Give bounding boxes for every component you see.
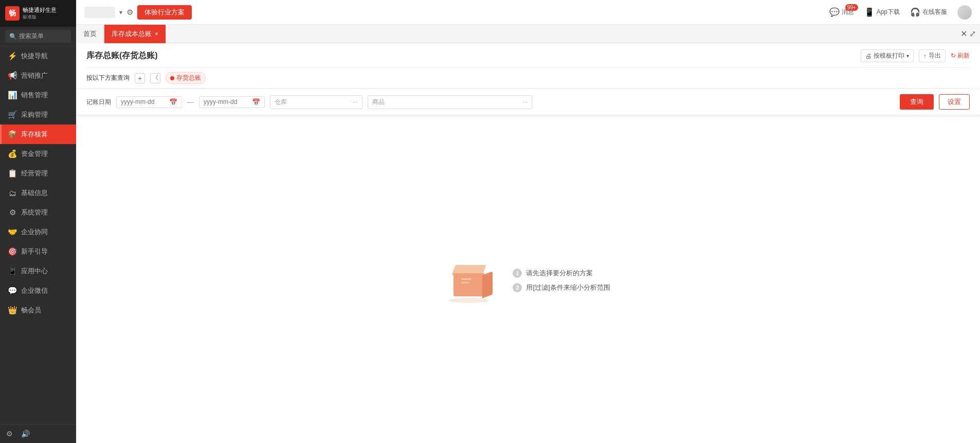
system-icon: ⚙ [8, 208, 17, 217]
sidebar-bottom: ⚙ 🔊 [0, 424, 76, 443]
sidebar-item-marketing[interactable]: 📢 营销推广 [0, 66, 76, 85]
gear-icon[interactable]: ⚙ [126, 8, 133, 17]
sidebar-nav: ⚡ 快捷导航 📢 营销推广 📊 销售管理 🛒 采购管理 📦 库存核算 💰 资金管… [0, 46, 76, 424]
date-label: 记账日期 [86, 98, 111, 107]
logo-icon: 畅 [5, 6, 20, 21]
refresh-label: 刷新 [957, 52, 970, 59]
user-avatar[interactable] [957, 5, 972, 20]
sidebar-item-label: 新手引导 [21, 247, 48, 256]
headset-icon: 🎧 [910, 7, 920, 17]
hint-item-1: 1 请先选择要分析的方案 [513, 269, 610, 278]
calendar-end-icon[interactable]: 📅 [252, 98, 260, 106]
topbar-actions: 💬 消息 99+ 📱 App下载 🎧 在线客服 [829, 5, 972, 20]
calendar-start-icon[interactable]: 📅 [169, 98, 177, 106]
logo-text: 畅捷通好生意 标准版 [23, 6, 57, 21]
product-select[interactable]: 商品 ··· [368, 95, 532, 109]
sidebar-item-operations[interactable]: 📋 经营管理 [0, 164, 76, 183]
industry-btn[interactable]: 体验行业方案 [137, 5, 192, 20]
filter-collapse-btn[interactable]: 《 [150, 73, 160, 83]
app-download-action[interactable]: 📱 App下载 [864, 7, 900, 17]
tab-close-btn[interactable]: × [155, 30, 158, 38]
dropdown-icon[interactable]: ▾ [119, 9, 122, 16]
sidebar-item-sales[interactable]: 📊 销售管理 [0, 85, 76, 105]
print-label: 按模板打印 [874, 51, 904, 60]
tab-active-label: 库存成本总账 [112, 29, 152, 39]
audio-icon[interactable]: 🔊 [21, 430, 30, 438]
print-btn[interactable]: 🖨 按模板打印 ▾ [861, 49, 914, 62]
date-separator: — [187, 98, 194, 106]
export-btn[interactable]: ↑ 导出 [919, 49, 946, 62]
search-label: 搜索菜单 [19, 32, 44, 41]
empty-state: 1 请先选择要分析的方案 2 用[过滤]条件来缩小分析范围 [76, 117, 980, 443]
sidebar-item-inventory[interactable]: 📦 库存核算 [0, 125, 76, 144]
messages-badge: 99+ [845, 4, 858, 11]
refresh-icon: ↻ [951, 52, 956, 59]
warehouse-label: 仓库 [275, 98, 287, 107]
filter-add-btn[interactable]: + [135, 73, 145, 83]
topbar: ▾ ⚙ 体验行业方案 💬 消息 99+ 📱 App下载 🎧 在线客服 [76, 0, 980, 25]
filter-scheme-label: 按以下方案查询 [86, 74, 130, 82]
page-title: 库存总账(存货总账) [86, 50, 158, 61]
sidebar-item-apps[interactable]: 📱 应用中心 [0, 261, 76, 281]
sidebar-search[interactable]: 🔍 搜索菜单 [0, 27, 76, 46]
sidebar-item-label: 系统管理 [21, 208, 48, 217]
guide-icon: 🎯 [8, 247, 17, 256]
product-more-icon: ··· [522, 98, 528, 105]
filter-bar: 按以下方案查询 + 《 存货总账 [86, 67, 970, 88]
date-start-wrap[interactable]: 📅 [116, 96, 182, 108]
date-start-input[interactable] [121, 98, 167, 105]
filter-scheme-tag[interactable]: 存货总账 [166, 72, 206, 84]
sidebar-logo: 畅 畅捷通好生意 标准版 [0, 0, 76, 27]
box-side [482, 271, 493, 298]
tab-inventory-ledger[interactable]: 库存成本总账 × [104, 25, 166, 43]
warehouse-select[interactable]: 仓库 ··· [270, 95, 362, 109]
main-area: ▾ ⚙ 体验行业方案 💬 消息 99+ 📱 App下载 🎧 在线客服 首页 [76, 0, 980, 443]
hint-num-1: 1 [513, 269, 522, 278]
sidebar-item-shortcut[interactable]: ⚡ 快捷导航 [0, 46, 76, 66]
product-label: 商品 [372, 98, 385, 107]
date-filter-row: 记账日期 📅 — 📅 仓库 ··· 商品 ··· 查询 设置 [76, 89, 980, 115]
empty-illustration [446, 260, 492, 301]
sidebar-item-basic[interactable]: 🗂 基础信息 [0, 183, 76, 203]
messages-action[interactable]: 💬 消息 99+ [829, 7, 854, 17]
sidebar-item-label: 企业微信 [21, 286, 48, 295]
box-shadow [448, 298, 489, 303]
hint-item-2: 2 用[过滤]条件来缩小分析范围 [513, 283, 610, 292]
warehouse-more-icon: ··· [353, 98, 358, 105]
sidebar-item-member[interactable]: 👑 畅会员 [0, 300, 76, 320]
sidebar-item-purchase[interactable]: 🛒 采购管理 [0, 105, 76, 125]
sidebar-item-guide[interactable]: 🎯 新手引导 [0, 242, 76, 261]
sidebar-item-label: 企业协同 [21, 227, 48, 237]
sidebar: 畅 畅捷通好生意 标准版 🔍 搜索菜单 ⚡ 快捷导航 📢 营销推广 📊 销售管理… [0, 0, 76, 443]
tab-home[interactable]: 首页 [76, 25, 104, 43]
empty-inner: 1 请先选择要分析的方案 2 用[过滤]条件来缩小分析范围 [446, 260, 610, 301]
page-actions: 🖨 按模板打印 ▾ ↑ 导出 ↻ 刷新 [861, 49, 970, 62]
operations-icon: 📋 [8, 169, 17, 178]
content-area: 库存总账(存货总账) 🖨 按模板打印 ▾ ↑ 导出 ↻ 刷新 [76, 43, 980, 443]
settings-icon[interactable]: ⚙ [6, 430, 13, 438]
sidebar-item-label: 基础信息 [21, 188, 48, 198]
member-icon: 👑 [8, 306, 17, 315]
tab-close-all-icon[interactable]: ✕ [960, 29, 967, 39]
empty-hints: 1 请先选择要分析的方案 2 用[过滤]条件来缩小分析范围 [513, 269, 610, 292]
date-end-wrap[interactable]: 📅 [199, 96, 265, 108]
settings-btn[interactable]: 设置 [939, 94, 970, 110]
sidebar-item-enterprise[interactable]: 🤝 企业协同 [0, 222, 76, 242]
sales-icon: 📊 [8, 91, 17, 100]
search-icon: 🔍 [9, 33, 17, 40]
date-end-input[interactable] [204, 98, 250, 105]
apps-icon: 📱 [8, 267, 17, 276]
sidebar-item-label: 畅会员 [21, 306, 41, 315]
phone-icon: 📱 [864, 7, 875, 17]
export-label: 导出 [929, 51, 941, 60]
sidebar-item-label: 库存核算 [21, 130, 48, 139]
sidebar-item-finance[interactable]: 💰 资金管理 [0, 144, 76, 164]
enterprise-icon: 🤝 [8, 227, 17, 237]
online-service-action[interactable]: 🎧 在线客服 [910, 7, 947, 17]
sidebar-item-weixin[interactable]: 💬 企业微信 [0, 281, 76, 300]
refresh-btn[interactable]: ↻ 刷新 [951, 51, 970, 60]
weixin-icon: 💬 [8, 286, 17, 295]
tab-expand-icon[interactable]: ⤢ [969, 29, 976, 39]
sidebar-item-system[interactable]: ⚙ 系统管理 [0, 203, 76, 222]
query-btn[interactable]: 查询 [900, 94, 934, 110]
